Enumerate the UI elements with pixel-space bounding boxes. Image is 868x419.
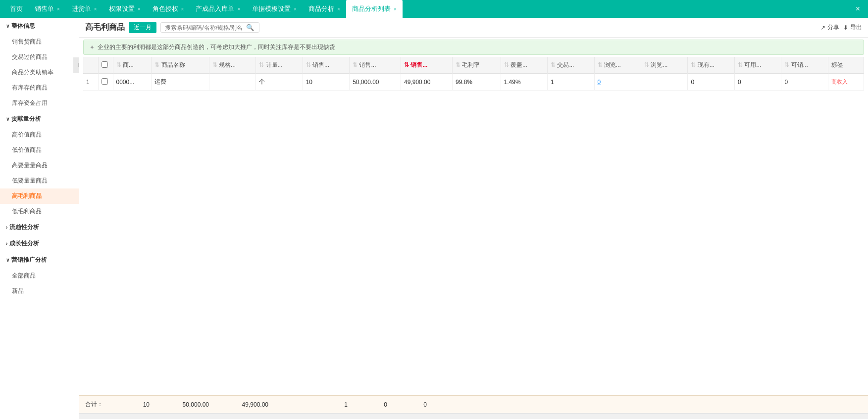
row-saleable: 0	[781, 74, 828, 91]
nav-tab-inbound[interactable]: 产成品入库单 ×	[190, 0, 246, 18]
close-icon[interactable]: ×	[138, 6, 141, 12]
search-box: 🔍	[160, 22, 259, 33]
sidebar-item-high-demand[interactable]: 高要量量商品	[0, 158, 79, 173]
col-spec[interactable]: ⇅ 规格...	[209, 57, 255, 74]
chevron-right-icon: ›	[6, 241, 7, 246]
col-code[interactable]: ⇅ 商...	[113, 57, 152, 74]
header-actions: ↗ 分享 ⬇ 导出	[820, 23, 862, 32]
nav-tab-template[interactable]: 单据模板设置 ×	[246, 0, 303, 18]
info-icon: ✦	[90, 44, 95, 51]
sort-icon: ⇅	[353, 61, 357, 68]
col-browse-a[interactable]: ⇅ 浏览...	[594, 57, 641, 74]
row-spec	[209, 74, 255, 91]
close-icon[interactable]: ×	[181, 6, 184, 12]
chevron-right-icon: ›	[6, 225, 7, 230]
sidebar-item-low-margin[interactable]: 低毛利商品	[0, 204, 79, 219]
nav-tab-purchase[interactable]: 进货单 ×	[66, 0, 103, 18]
sort-icon: ⇅	[259, 61, 264, 68]
select-all-checkbox[interactable]	[102, 61, 108, 68]
chevron-down-icon: ∨	[6, 23, 9, 29]
sort-icon: ⇅	[691, 61, 696, 68]
sort-icon: ⇅	[212, 61, 217, 68]
sidebar-group-growth[interactable]: › 成长性分析	[0, 235, 79, 252]
sidebar-item-stocked-goods[interactable]: 有库存的商品	[0, 80, 79, 95]
nav-tab-roles[interactable]: 角色授权 ×	[147, 0, 190, 18]
col-available[interactable]: ⇅ 可用...	[734, 57, 781, 74]
col-browse-b[interactable]: ⇅ 浏览...	[641, 57, 688, 74]
nav-tab-sales[interactable]: 销售单 ×	[29, 0, 66, 18]
sidebar-item-new-products[interactable]: 新品	[0, 283, 79, 299]
sort-icon: ⇅	[116, 61, 121, 68]
total-sales-qty: 10	[113, 401, 153, 408]
row-name: 运费	[152, 74, 209, 91]
row-browse-a[interactable]: 0	[594, 74, 641, 91]
col-tag: 标签	[828, 57, 864, 74]
total-values: 10 50,000.00 49,900.00 1 0 0	[113, 401, 862, 408]
sidebar-group-contribution[interactable]: ∨ 贡献量分析	[0, 111, 79, 127]
sort-icon: ⇅	[154, 61, 159, 68]
row-index: 1	[83, 74, 98, 91]
col-saleable[interactable]: ⇅ 可销...	[781, 57, 828, 74]
close-icon[interactable]: ×	[294, 6, 297, 12]
sidebar-group-marketing[interactable]: ∨ 营销推广分析	[0, 252, 79, 268]
sidebar-collapse-button[interactable]: 《	[73, 57, 79, 73]
row-checkbox[interactable]	[98, 74, 113, 91]
sidebar-item-traded-goods[interactable]: 交易过的商品	[0, 49, 79, 65]
sidebar: 《 ∨ 整体信息 销售货商品 交易过的商品 商品分类助销率 有库存的商品 库存资…	[0, 18, 79, 419]
nav-tab-product-analysis[interactable]: 商品分析 ×	[303, 0, 346, 18]
sidebar-group-overall[interactable]: ∨ 整体信息	[0, 18, 79, 34]
data-table: ⇅ 商... ⇅ 商品名称 ⇅ 规格... ⇅	[83, 57, 864, 91]
row-unit: 个	[256, 74, 303, 91]
date-filter-button[interactable]: 近一月	[129, 22, 156, 33]
col-sales-qty[interactable]: ⇅ 销售...	[303, 57, 349, 74]
row-sales-cost: 49,900.00	[401, 74, 453, 91]
row-select-checkbox[interactable]	[102, 78, 108, 85]
row-transactions: 1	[548, 74, 594, 91]
total-sales-amount: 50,000.00	[153, 401, 212, 408]
close-icon[interactable]: ×	[337, 6, 340, 12]
page-title: 高毛利商品	[85, 22, 125, 33]
chevron-down-icon: ∨	[6, 116, 9, 122]
col-gross-rate[interactable]: ⇅ 毛利率	[452, 57, 501, 74]
sort-icon: ⇅	[598, 61, 603, 68]
row-coverage: 1.49%	[501, 74, 547, 91]
share-button[interactable]: ↗ 分享	[820, 23, 839, 32]
search-input[interactable]	[165, 24, 244, 31]
sidebar-item-inventory-capital[interactable]: 库存资金占用	[0, 95, 79, 111]
nav-tab-permissions[interactable]: 权限设置 ×	[103, 0, 147, 18]
col-coverage[interactable]: ⇅ 覆盖...	[501, 57, 547, 74]
export-button[interactable]: ⬇ 导出	[843, 23, 862, 32]
sidebar-item-category-rate[interactable]: 商品分类助销率	[0, 65, 79, 80]
sidebar-item-all-goods[interactable]: 全部商品	[0, 268, 79, 283]
export-icon: ⬇	[843, 24, 848, 31]
col-unit[interactable]: ⇅ 计量...	[256, 57, 303, 74]
sidebar-item-low-value[interactable]: 低价值商品	[0, 142, 79, 158]
col-current[interactable]: ⇅ 现有...	[688, 57, 734, 74]
col-sales-cost[interactable]: ⇅ 销售...	[401, 57, 453, 74]
nav-tab-product-analysis-list[interactable]: 商品分析列表 ×	[346, 0, 403, 18]
col-transactions[interactable]: ⇅ 交易...	[548, 57, 594, 74]
col-name[interactable]: ⇅ 商品名称	[152, 57, 209, 74]
sidebar-item-low-demand[interactable]: 低要量量商品	[0, 173, 79, 188]
close-icon[interactable]: ×	[237, 6, 240, 12]
sidebar-item-high-margin[interactable]: 高毛利商品	[0, 188, 79, 204]
chevron-down-icon: ∨	[6, 257, 9, 263]
total-available: 0	[390, 401, 430, 408]
close-icon[interactable]: ×	[57, 6, 60, 12]
total-current: 0	[351, 401, 390, 408]
sidebar-item-high-value[interactable]: 高价值商品	[0, 127, 79, 142]
horizontal-scrollbar[interactable]	[79, 413, 868, 419]
total-label: 合计：	[85, 400, 103, 409]
sidebar-group-trend[interactable]: › 流趋性分析	[0, 219, 79, 235]
close-icon[interactable]: ×	[94, 6, 97, 12]
col-sales-amount[interactable]: ⇅ 销售...	[350, 57, 401, 74]
search-icon[interactable]: 🔍	[246, 24, 254, 31]
close-icon[interactable]: ×	[394, 6, 397, 12]
nav-tab-home[interactable]: 首页	[4, 0, 29, 18]
row-gross-rate: 99.8%	[452, 74, 501, 91]
total-sales-cost: 49,900.00	[212, 401, 271, 408]
info-banner: ✦ 企业的主要的利润都是这部分商品创造的，可考虑加大推广，同时关注库存是不要出现…	[83, 40, 864, 55]
close-all-button[interactable]: ×	[852, 4, 864, 13]
row-tag: 高收入	[828, 74, 864, 91]
sidebar-item-sales-goods[interactable]: 销售货商品	[0, 34, 79, 49]
